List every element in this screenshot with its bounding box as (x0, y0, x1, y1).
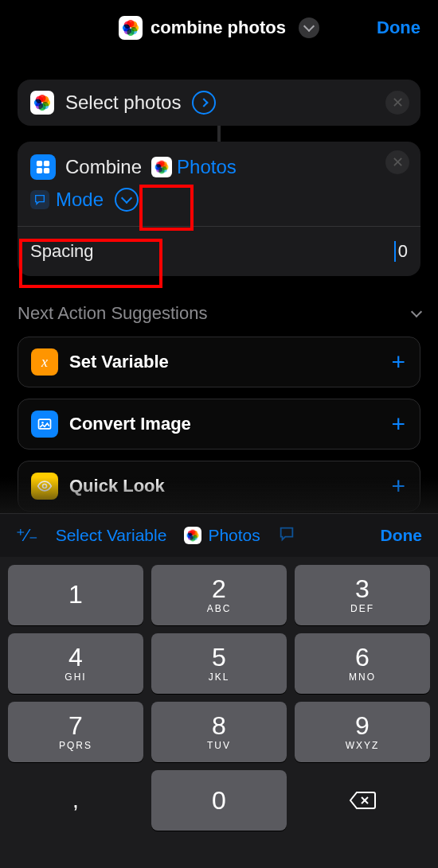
key-comma[interactable]: , (8, 770, 143, 831)
suggestion-label: Convert Image (69, 414, 191, 434)
spacing-label: Spacing (30, 241, 94, 262)
svg-point-7 (124, 21, 131, 29)
plus-icon[interactable]: + (391, 348, 405, 376)
suggestion-label: Quick Look (69, 476, 165, 496)
text-cursor (394, 241, 396, 262)
header: combine photos Done (0, 0, 438, 56)
spacing-value-text: 0 (398, 241, 408, 262)
combine-title: Combine (65, 156, 142, 178)
plus-icon[interactable]: + (391, 411, 405, 438)
key-6[interactable]: 6MNO (295, 633, 430, 694)
select-photos-title: Select photos (65, 91, 181, 114)
svg-point-27 (156, 162, 162, 168)
svg-point-15 (36, 96, 43, 103)
svg-point-30 (43, 485, 47, 488)
key-0[interactable]: 0 (151, 770, 287, 831)
key-1[interactable]: 1 (8, 565, 143, 625)
photos-variable-chip[interactable]: Photos (184, 526, 260, 545)
photos-variable-token[interactable]: Photos (151, 156, 237, 178)
remove-combine-button[interactable]: ✕ (385, 150, 409, 174)
photos-chip-icon (184, 527, 201, 544)
svg-rect-16 (37, 161, 42, 166)
suggestions-section: Next Action Suggestions x Set Variable +… (0, 276, 438, 512)
key-4[interactable]: 4GHI (8, 633, 143, 694)
suggestions-collapse-icon[interactable] (413, 311, 420, 316)
arrow-right-icon[interactable] (192, 91, 216, 115)
keyboard-accessory-bar: ⁺∕₋ Select Variable Photos Done (0, 513, 438, 557)
key-8[interactable]: 8TUV (151, 702, 287, 762)
shortcut-title-group[interactable]: combine photos (119, 16, 319, 40)
mode-token[interactable]: Mode (30, 189, 104, 211)
key-9[interactable]: 9WXYZ (295, 702, 430, 762)
suggestion-label: Set Variable (69, 352, 169, 372)
plus-minus-button[interactable]: ⁺∕₋ (16, 525, 38, 546)
expand-toggle-button[interactable] (115, 188, 139, 212)
variable-icon: x (31, 348, 58, 376)
key-backspace[interactable] (295, 770, 430, 831)
plus-icon[interactable]: + (391, 473, 405, 500)
photos-icon (30, 91, 54, 115)
svg-rect-19 (44, 168, 49, 173)
key-2[interactable]: 2ABC (151, 565, 287, 625)
key-5[interactable]: 5JKL (151, 633, 287, 694)
photos-variable-label: Photos (177, 156, 237, 178)
remove-action-button[interactable]: ✕ (385, 91, 409, 115)
image-icon (31, 411, 58, 438)
key-7[interactable]: 7PQRS (8, 702, 143, 762)
select-photos-action[interactable]: Select photos ✕ (18, 80, 420, 126)
done-button[interactable]: Done (377, 18, 420, 38)
combine-grid-icon (30, 154, 56, 180)
select-variable-button[interactable]: Select Variable (56, 526, 167, 545)
speech-bubble-icon (30, 190, 49, 209)
svg-rect-18 (37, 168, 42, 173)
svg-point-38 (188, 531, 194, 536)
title-chevron-icon[interactable] (299, 18, 319, 38)
shortcut-title: combine photos (151, 18, 286, 38)
accessory-done-button[interactable]: Done (381, 526, 423, 545)
connector-line (217, 126, 221, 142)
eye-icon (31, 473, 58, 500)
key-3[interactable]: 3DEF (295, 565, 430, 625)
suggestions-header-label: Next Action Suggestions (18, 303, 207, 324)
photos-chip-label: Photos (208, 526, 260, 545)
workflow-area: Select photos ✕ Combine Photos (0, 80, 438, 276)
suggestion-quick-look[interactable]: Quick Look + (18, 461, 420, 512)
photos-app-icon (119, 16, 143, 40)
svg-rect-17 (44, 161, 49, 166)
combine-action[interactable]: Combine Photos Mode ✕ (18, 142, 420, 226)
suggestion-set-variable[interactable]: x Set Variable + (18, 337, 420, 387)
recent-variable-icon[interactable] (278, 525, 295, 546)
spacing-input[interactable]: 0 (394, 241, 408, 262)
mode-label: Mode (56, 189, 104, 211)
spacing-row[interactable]: Spacing 0 (18, 226, 420, 276)
photos-variable-icon (151, 157, 172, 177)
svg-point-29 (41, 422, 44, 424)
suggestion-convert-image[interactable]: Convert Image + (18, 399, 420, 450)
numeric-keyboard: 1 2ABC 3DEF 4GHI 5JKL 6MNO 7PQRS 8TUV 9W… (0, 557, 438, 868)
